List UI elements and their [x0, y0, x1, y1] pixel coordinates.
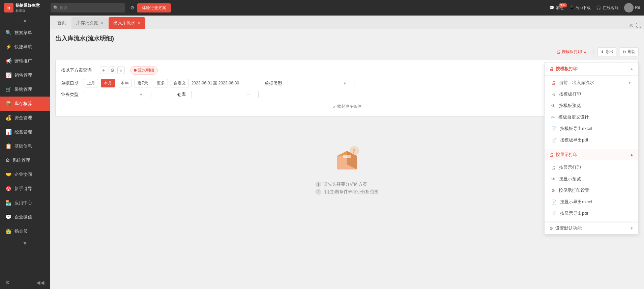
tab-inventory-batch[interactable]: 库存批次账 ✕ — [71, 17, 108, 29]
top-search-box[interactable]: 🔍 — [51, 3, 125, 12]
sidebar-item-search[interactable]: 🔍 搜索菜单 — [0, 26, 50, 40]
megaphone-icon: 📢 — [5, 58, 12, 64]
gear-icon: ⚙ — [5, 157, 10, 163]
filter-add-btn[interactable]: + — [100, 67, 107, 74]
footer-settings-icon: ⚙ — [549, 226, 553, 231]
refresh-icon: ↻ — [623, 50, 626, 54]
search-icon: 🔍 — [53, 5, 58, 10]
chevron-down-footer[interactable]: ▼ — [630, 226, 634, 230]
sidebar: ▲ 🔍 搜索菜单 ⚡ 快捷导航 📢 营销推广 📈 销售管理 🛒 采购管理 📦 库… — [0, 16, 50, 289]
dropdown-display-header[interactable]: 🖨 按显示打印 ▲ — [545, 149, 638, 160]
pdf-icon: 📄 — [551, 138, 557, 143]
sidebar-item-app-center[interactable]: 🏪 应用中心 — [0, 196, 50, 210]
export-icon: ⬆ — [601, 50, 604, 54]
user-avatar-btn[interactable]: Rit — [624, 3, 640, 12]
date-last-month[interactable]: 上月 — [84, 79, 98, 87]
sidebar-item-basic[interactable]: 📋 基础信息 — [0, 139, 50, 153]
tab-close-all-icon[interactable]: ✕ — [629, 22, 633, 29]
dropdown-template-preview[interactable]: 👁 按模板预览 — [545, 100, 638, 111]
tab-close-inout-flow[interactable]: ✕ — [137, 21, 140, 25]
date-this-month[interactable]: 本月 — [101, 79, 115, 87]
dropdown-template-pdf[interactable]: 📄 按模板导出pdf — [545, 134, 638, 146]
chevron-up-display[interactable]: ▲ — [630, 153, 634, 157]
step-1-num: 1 — [315, 181, 321, 187]
tab-close-inventory-batch[interactable]: ✕ — [100, 21, 103, 25]
template-section: 🖨 当前：出入库流水 ▼ 🖨 按模板打印 👁 按模板预览 — [545, 76, 638, 147]
dropdown-template-print[interactable]: 🖨 按模板打印 — [545, 88, 638, 100]
messages-btn[interactable]: 💬 消息 99+ — [549, 5, 564, 11]
print-icon: 🖨 — [556, 50, 560, 54]
excel-icon: 📄 — [551, 126, 557, 131]
sidebar-item-wechat[interactable]: 💬 企业微信 — [0, 210, 50, 224]
dropdown-template-excel[interactable]: 📄 按模板导出excel — [545, 123, 638, 134]
crown-icon: 👑 — [5, 228, 12, 234]
tab-expand-icon[interactable]: ⛶ — [636, 23, 641, 29]
search-input[interactable] — [60, 5, 122, 10]
dropdown-display-pdf[interactable]: 📄 按显示导出pdf — [545, 208, 638, 219]
bottom-settings-icon[interactable]: ⚙ — [5, 280, 10, 286]
filter-add-btns: + ⚙ « — [100, 67, 125, 74]
app-download-btn[interactable]: 📱 App下载 — [569, 5, 591, 11]
clipboard-icon: 📋 — [5, 143, 12, 149]
date-more[interactable]: 更多 — [154, 79, 168, 87]
online-service-btn[interactable]: 🎧 在线客服 — [596, 5, 619, 11]
svg-text:?: ? — [352, 148, 355, 154]
warehouse-label: 仓库 — [177, 91, 186, 98]
settings-icon[interactable]: ⚙ — [130, 5, 135, 10]
sidebar-item-operations[interactable]: 📊 经营管理 — [0, 125, 50, 139]
sidebar-item-finance[interactable]: 💰 资金管理 — [0, 111, 50, 125]
refresh-btn[interactable]: ↻ 刷新 — [620, 47, 639, 56]
chevron-up-icon: ▲ — [583, 50, 587, 54]
sidebar-item-member[interactable]: 👑 畅会员 — [0, 224, 50, 238]
business-type-select[interactable]: ▼ — [84, 91, 151, 98]
sidebar-item-inventory[interactable]: 📦 库存核算 — [0, 97, 50, 111]
voucher-type-select[interactable]: ▼ — [288, 80, 355, 87]
sidebar-item-enterprise[interactable]: 🤝 企业协同 — [0, 167, 50, 182]
toolbar-row: 🖨 按模板打印 ▲ | ⬆ 导出 ↻ 刷新 — [55, 47, 639, 56]
sidebar-item-sales[interactable]: 📈 销售管理 — [0, 68, 50, 82]
headset-icon: 🎧 — [596, 5, 601, 10]
date-last-7[interactable]: 近7天 — [135, 79, 151, 87]
chevron-down-business: ▼ — [139, 93, 143, 97]
filter-settings-btn[interactable]: ⚙ — [109, 67, 116, 74]
sidebar-item-purchase[interactable]: 🛒 采购管理 — [0, 82, 50, 97]
chip-dot — [134, 69, 137, 72]
date-custom[interactable]: 自定义 — [171, 79, 189, 87]
chevron-down-current[interactable]: ▼ — [628, 81, 632, 85]
collapse-more-btn[interactable]: ∧ 收起更多条件 — [333, 102, 361, 111]
filter-chip[interactable]: 流水明细 — [130, 66, 158, 75]
display-print-icon: 🖨 — [551, 165, 556, 170]
content-area: 首页 库存批次账 ✕ 出入库流水 ✕ ✕ ⛶ 出入库流水(流水明细) — [50, 16, 644, 289]
sidebar-item-quick-nav[interactable]: ⚡ 快捷导航 — [0, 40, 50, 54]
dropdown-display-print[interactable]: 🖨 按显示打印 — [545, 162, 638, 173]
industry-btn[interactable]: 体验行业方案 — [137, 3, 171, 12]
tab-home[interactable]: 首页 — [53, 17, 71, 29]
sidebar-item-guide[interactable]: 🎯 新手引导 — [0, 182, 50, 196]
display-section: 🖨 按显示打印 👁 按显示预览 ⚙ 按显示打印设置 — [545, 160, 638, 220]
empty-svg: ? — [330, 141, 364, 175]
sidebar-scroll-up[interactable]: ▲ — [0, 16, 50, 26]
sidebar-item-marketing[interactable]: 📢 营销推广 — [0, 54, 50, 68]
dropdown-template-custom[interactable]: ✏ 模板自定义设计 — [545, 111, 638, 123]
tab-inout-flow[interactable]: 出入库流水 ✕ — [109, 17, 145, 29]
filter-collapse-btn[interactable]: « — [117, 67, 125, 74]
sidebar-collapse-icon[interactable]: ◀◀ — [36, 280, 45, 286]
sidebar-scroll-down[interactable]: ▼ — [0, 238, 50, 248]
dropdown-header: 🖨 按模板打印 ▲ — [545, 62, 638, 76]
app-logo: b — [4, 3, 13, 12]
sidebar-item-system[interactable]: ⚙ 系统管理 — [0, 153, 50, 167]
export-btn[interactable]: ⬆ 导出 — [597, 47, 616, 56]
tab-bar: 首页 库存批次账 ✕ 出入库流水 ✕ ✕ ⛶ — [50, 16, 644, 29]
download-icon: 📱 — [569, 5, 574, 10]
chevron-up-icon-dropdown[interactable]: ▲ — [630, 67, 634, 71]
tab-bar-right: ✕ ⛶ — [629, 22, 641, 29]
dropdown-footer[interactable]: ⚙ 设置默认功能 ▼ — [545, 222, 638, 234]
box-icon: 📦 — [5, 101, 12, 107]
print-template-btn[interactable]: 🖨 按模板打印 ▲ — [554, 48, 589, 56]
dropdown-display-settings[interactable]: ⚙ 按显示打印设置 — [545, 185, 638, 196]
separator: | — [593, 49, 594, 55]
warehouse-select[interactable]: ··· — [191, 91, 259, 98]
date-this-year[interactable]: 本年 — [118, 79, 132, 87]
dropdown-display-excel[interactable]: 📄 按显示导出excel — [545, 196, 638, 208]
dropdown-display-preview[interactable]: 👁 按显示预览 — [545, 173, 638, 185]
